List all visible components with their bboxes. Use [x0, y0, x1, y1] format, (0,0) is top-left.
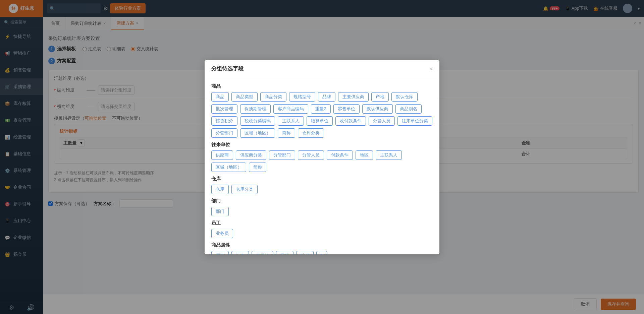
section-title-department: 部门 — [211, 198, 433, 204]
field-tag[interactable]: 仓库分类 — [231, 185, 258, 194]
field-tag[interactable]: 商品类型 — [231, 92, 258, 102]
field-tag[interactable]: 分管部门 — [269, 150, 295, 160]
field-tag[interactable]: 简称 — [278, 128, 295, 138]
field-grid-department: 部门 — [211, 207, 433, 216]
field-grid-product-attr: 属性颜色多规格尺码鞋码1 — [211, 251, 433, 254]
field-tag[interactable]: 主联系人 — [278, 116, 304, 126]
field-tag[interactable]: 付款条件 — [327, 150, 353, 160]
field-tag[interactable]: 分管人员 — [298, 150, 324, 160]
field-tag[interactable]: 往来单位分类 — [397, 116, 432, 126]
field-tag[interactable]: 供应商分类 — [236, 150, 266, 160]
field-tag[interactable]: 重量3 — [311, 104, 331, 114]
field-tag[interactable]: 仓库分类 — [298, 128, 324, 138]
field-tag[interactable]: 鞋码 — [296, 251, 314, 254]
field-tag[interactable]: 结算单位 — [307, 116, 333, 126]
field-tag[interactable]: 部门 — [211, 207, 229, 216]
field-tag[interactable]: 默认仓库 — [391, 92, 418, 102]
field-grid-product: 商品商品类型商品分类规格型号品牌主要供应商产地默认仓库批次管理保质期管理客户商品… — [211, 92, 433, 138]
section-title-product-attr: 商品属性 — [211, 242, 433, 248]
field-tag[interactable]: 产地 — [371, 92, 389, 102]
section-title-product: 商品 — [211, 83, 433, 89]
field-tag[interactable]: 供应商 — [211, 150, 233, 160]
field-tag[interactable]: 规格型号 — [289, 92, 315, 102]
field-tag[interactable]: 主要供应商 — [338, 92, 369, 102]
field-tag[interactable]: 商品分类 — [260, 92, 286, 102]
field-tag[interactable]: 区域（地区） — [240, 128, 275, 138]
field-grid-warehouse: 仓库仓库分类 — [211, 185, 433, 194]
field-tag[interactable]: 品牌 — [318, 92, 335, 102]
field-tag[interactable]: 颜色 — [231, 251, 249, 254]
field-tag[interactable]: 1 — [316, 251, 327, 254]
field-tag[interactable]: 客户商品编码 — [273, 104, 308, 114]
modal-body: 商品商品商品类型商品分类规格型号品牌主要供应商产地默认仓库批次管理保质期管理客户… — [205, 78, 439, 254]
field-grid-employee: 业务员 — [211, 229, 433, 238]
modal-close-button[interactable]: × — [429, 65, 433, 72]
section-title-warehouse: 仓库 — [211, 176, 433, 182]
field-tag[interactable]: 业务员 — [211, 229, 233, 238]
field-tag[interactable]: 分管人员 — [369, 116, 395, 126]
field-tag[interactable]: 分管部门 — [211, 128, 237, 138]
field-tag[interactable]: 零售单位 — [333, 104, 360, 114]
section-title-employee: 员工 — [211, 220, 433, 226]
field-tag[interactable]: 拣货积分 — [211, 116, 237, 126]
field-tag[interactable]: 属性 — [211, 251, 229, 254]
modal-title: 分组待选字段 — [211, 65, 244, 72]
modal-header: 分组待选字段 × — [205, 60, 439, 78]
field-tag[interactable]: 收付款条件 — [335, 116, 366, 126]
field-tag[interactable]: 批次管理 — [211, 104, 237, 114]
field-grid-partner: 供应商供应商分类分管部门分管人员付款条件地区主联系人区域（地区）简称 — [211, 150, 433, 172]
field-tag[interactable]: 多规格 — [252, 251, 273, 254]
field-tag[interactable]: 仓库 — [211, 185, 229, 194]
field-tag[interactable]: 商品 — [211, 92, 229, 102]
field-tag[interactable]: 地区 — [356, 150, 373, 160]
field-tag[interactable]: 尺码 — [276, 251, 293, 254]
field-tag[interactable]: 简称 — [249, 163, 266, 172]
field-tag[interactable]: 主联系人 — [376, 150, 402, 160]
field-tag[interactable]: 区域（地区） — [211, 163, 246, 172]
field-tag[interactable]: 商品别名 — [395, 104, 422, 114]
section-title-partner: 往来单位 — [211, 142, 433, 148]
modal-group-fields: 分组待选字段 × 商品商品商品类型商品分类规格型号品牌主要供应商产地默认仓库批次… — [205, 60, 439, 254]
field-tag[interactable]: 税收分类编码 — [240, 116, 275, 126]
field-tag[interactable]: 保质期管理 — [240, 104, 271, 114]
field-tag[interactable]: 默认供应商 — [362, 104, 393, 114]
